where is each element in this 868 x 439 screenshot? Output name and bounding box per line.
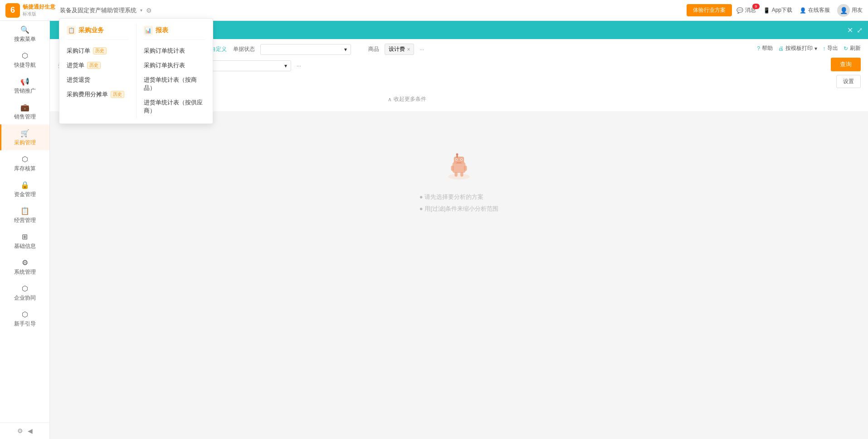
sidebar-item-enterprise[interactable]: ⬡ 企业协同 xyxy=(0,280,49,306)
sidebar-label-marketing: 营销推广 xyxy=(14,87,36,95)
purchase-order-stat-label: 采购订单统计表 xyxy=(144,47,185,55)
purchase-header-icon: 📋 xyxy=(67,26,76,35)
online-service-item[interactable]: 👤 在线客服 xyxy=(800,6,830,14)
tab-close-btn[interactable]: ✕ xyxy=(847,26,853,35)
empty-tips: ● 请先选择要分析的方案 ● 用[过滤]条件来缩小分析范围 xyxy=(419,191,499,215)
dropdown-item-goods-return[interactable]: 进货退货 xyxy=(67,73,129,87)
status-select-arrow: ▾ xyxy=(344,46,347,53)
sidebar-item-quick-nav[interactable]: ⬡ 快捷导航 xyxy=(0,47,49,73)
sidebar-item-system[interactable]: ⚙ 系统管理 xyxy=(0,254,49,280)
query-button[interactable]: 查询 xyxy=(831,58,861,71)
print-icon: 🖨 xyxy=(778,45,784,52)
export-icon: ↑ xyxy=(823,45,825,52)
purchase-order-exec-label: 采购订单执行表 xyxy=(144,61,185,69)
system-title-text: 装备及固定资产辅助管理系统 xyxy=(60,6,137,15)
help-icon: ? xyxy=(757,45,760,52)
sidebar-item-marketing[interactable]: 📢 营销推广 xyxy=(0,73,49,99)
salesman-more-ellipsis[interactable]: ··· xyxy=(297,63,301,69)
refresh-icon: ↻ xyxy=(844,45,848,52)
svg-rect-8 xyxy=(451,166,454,171)
sidebar-label-basic: 基础信息 xyxy=(14,242,36,250)
dropdown-header-purchase-label: 采购业务 xyxy=(78,26,104,35)
search-icon: 🔍 xyxy=(20,25,29,34)
online-service-label: 在线客服 xyxy=(808,6,830,14)
svg-rect-9 xyxy=(464,166,467,171)
dropdown-columns: 📋 采购业务 采购订单 历史 进货单 历史 进货退货 xyxy=(59,24,213,118)
sidebar-item-operation[interactable]: 📋 经营管理 xyxy=(0,202,49,228)
dropdown-col-report: 📊 报表 采购订单统计表 采购订单执行表 进货单统计表（按商品） 进货单统计表（… xyxy=(137,24,213,118)
print-btn[interactable]: 🖨 按模板打印 ▾ xyxy=(778,44,817,52)
goods-return-label: 进货退货 xyxy=(67,76,90,84)
svg-rect-10 xyxy=(454,172,457,177)
svg-point-0 xyxy=(448,174,470,180)
purchase-dropdown-menu: 📋 采购业务 采购订单 历史 进货单 历史 进货退货 xyxy=(59,21,213,124)
header-right: 💬 消息 9 📱 App下载 👤 在线客服 👤 用友 xyxy=(736,4,863,17)
purchase-icon: 🛒 xyxy=(20,129,29,138)
settings-icon[interactable]: ⚙ xyxy=(146,7,152,14)
content-area: 首页 销售排行榜 ✕ ✕ ⤢ 日期 2024-01-01 ~ 2 xyxy=(50,21,868,439)
sidebar-label-finance: 资金管理 xyxy=(14,191,36,198)
purchase-order-label: 采购订单 xyxy=(67,47,90,55)
sidebar-label-system: 系统管理 xyxy=(14,268,36,276)
sidebar-label-purchase: 采购管理 xyxy=(14,139,36,147)
sidebar-item-inventory[interactable]: ⬡ 库存核算 xyxy=(0,150,49,176)
message-badge: 9 xyxy=(752,4,760,9)
dropdown-item-goods-in-stat-supplier[interactable]: 进货单统计表（按供应商） xyxy=(144,95,206,118)
sidebar-settings-icon[interactable]: ⚙ xyxy=(17,427,23,434)
dropdown-header-purchase: 📋 采购业务 xyxy=(67,24,129,40)
logo-icon: 6 xyxy=(5,3,20,18)
sidebar-label-operation: 经营管理 xyxy=(14,217,36,224)
dropdown-header-report-label: 报表 xyxy=(156,26,168,35)
service-icon: 👤 xyxy=(800,7,806,14)
dropdown-header-report: 📊 报表 xyxy=(144,24,206,40)
dropdown-item-purchase-order[interactable]: 采购订单 历史 xyxy=(67,44,129,58)
goods-tag-close[interactable]: × xyxy=(407,46,410,53)
user-item[interactable]: 👤 用友 xyxy=(837,4,863,17)
status-select[interactable]: ▾ xyxy=(260,44,351,55)
sidebar-bottom: ⚙ ◀ xyxy=(0,422,49,439)
purchase-expense-badge: 历史 xyxy=(111,91,124,98)
user-name: 用友 xyxy=(852,6,863,14)
empty-illustration xyxy=(441,148,477,184)
dropdown-item-goods-in[interactable]: 进货单 历史 xyxy=(67,58,129,73)
dropdown-item-purchase-expense[interactable]: 采购费用分摊单 历史 xyxy=(67,87,129,102)
quick-nav-icon: ⬡ xyxy=(22,51,28,60)
app-download-item[interactable]: 📱 App下载 xyxy=(763,6,792,14)
phone-icon: 📱 xyxy=(763,7,770,14)
system-title-area: 装备及固定资产辅助管理系统 ▾ ⚙ xyxy=(60,6,682,15)
sidebar-item-sales[interactable]: 💼 销售管理 xyxy=(0,99,49,124)
tab-expand-btn[interactable]: ⤢ xyxy=(857,26,863,35)
industry-button[interactable]: 体验行业方案 xyxy=(687,4,732,16)
refresh-btn[interactable]: ↻ 刷新 xyxy=(844,44,861,52)
report-header-icon: 📊 xyxy=(144,26,153,35)
collapse-label: 收起更多条件 xyxy=(394,95,426,103)
message-icon: 💬 xyxy=(736,7,743,14)
goods-label: 商品 xyxy=(356,45,379,53)
sidebar-item-purchase[interactable]: 🛒 采购管理 xyxy=(0,124,49,150)
status-label: 单据状态 xyxy=(232,45,255,53)
goods-tag: 设计费 × xyxy=(385,44,414,55)
dropdown-item-purchase-order-stat[interactable]: 采购订单统计表 xyxy=(144,44,206,58)
export-label: 导出 xyxy=(827,44,838,52)
sidebar-item-search[interactable]: 🔍 搜索菜单 xyxy=(0,21,49,47)
sidebar-item-basic[interactable]: ⊞ 基础信息 xyxy=(0,228,49,254)
sidebar-collapse-icon[interactable]: ◀ xyxy=(28,427,33,434)
dropdown-item-goods-in-stat-goods[interactable]: 进货单统计表（按商品） xyxy=(144,73,206,95)
dropdown-item-purchase-order-exec[interactable]: 采购订单执行表 xyxy=(144,58,206,73)
message-item[interactable]: 💬 消息 9 xyxy=(736,6,756,14)
brand-name: 畅捷通好生意 xyxy=(23,4,55,11)
salesman-select[interactable]: ▾ xyxy=(210,60,291,71)
goods-in-stat-goods-label: 进货单统计表（按商品） xyxy=(144,76,206,92)
set-button[interactable]: 设置 xyxy=(836,75,861,88)
empty-tip1: ● 请先选择要分析的方案 xyxy=(419,191,499,203)
finance-icon: 🔒 xyxy=(20,181,29,189)
title-dropdown-arrow[interactable]: ▾ xyxy=(140,8,142,13)
sales-icon: 💼 xyxy=(20,103,29,112)
sidebar-item-finance[interactable]: 🔒 资金管理 xyxy=(0,176,49,202)
goods-more-ellipsis[interactable]: ··· xyxy=(419,46,424,53)
export-btn[interactable]: ↑ 导出 xyxy=(823,44,838,52)
help-btn[interactable]: ? 帮助 xyxy=(757,44,773,52)
help-label: 帮助 xyxy=(762,44,773,52)
logo-text: 畅捷通好生意 标准版 xyxy=(23,4,55,17)
sidebar-item-guide[interactable]: ⬡ 新手引导 xyxy=(0,306,49,331)
